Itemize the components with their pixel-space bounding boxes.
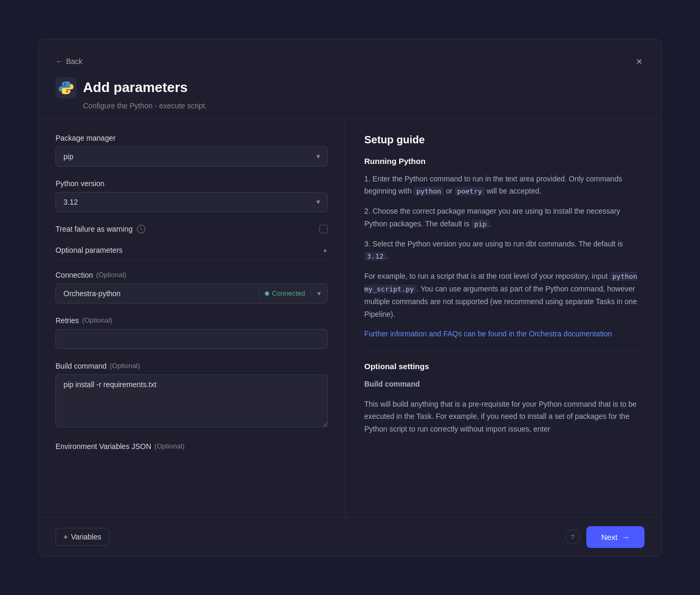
retries-label: Retries (Optional) (56, 316, 328, 325)
step1-code1: python (413, 187, 444, 196)
next-label: Next (601, 533, 618, 542)
package-manager-group: Package manager pip poetry conda ▼ (56, 134, 328, 167)
footer-right: ? Next → (565, 526, 644, 548)
right-panel: Setup guide Running Python 1. Enter the … (345, 119, 661, 517)
step1-code2: poetry (455, 187, 485, 196)
back-label: Back (66, 57, 82, 66)
modal-footer: + Variables ? Next → (39, 517, 661, 556)
modal-header: ← Back × Add parameters Configure the Py… (39, 39, 661, 119)
python-version-select[interactable]: 3.12 3.11 3.10 3.9 (56, 192, 328, 212)
setup-guide-title: Setup guide (364, 134, 642, 146)
example-text: For example, to run a script that is at … (364, 270, 642, 321)
running-python-title: Running Python (364, 157, 642, 166)
page-title: Add parameters (83, 79, 188, 96)
subtitle: Configure the Python - execute script. (83, 102, 644, 110)
collapse-icon[interactable]: ▲ (323, 247, 328, 253)
connection-value: Orchestra-python (56, 284, 259, 303)
treat-failure-label-group: Treat failure as warning i (56, 225, 145, 233)
step2-text: 2. Choose the correct package manager yo… (364, 205, 642, 231)
package-manager-label: Package manager (56, 134, 328, 142)
next-button[interactable]: Next → (586, 526, 644, 548)
step3-code: 3.12 (364, 252, 386, 261)
treat-failure-info-icon[interactable]: i (137, 225, 145, 233)
build-command-group: Build command (Optional) pip install -r … (56, 362, 328, 429)
env-vars-label: Environment Variables JSON (Optional) (56, 442, 328, 451)
python-version-select-wrapper: 3.12 3.11 3.10 3.9 ▼ (56, 192, 328, 212)
section-divider (364, 351, 642, 351)
title-row: Add parameters (56, 77, 644, 98)
connection-dropdown-button[interactable]: ▼ (310, 290, 327, 297)
optional-settings-title: Optional settings (364, 362, 642, 371)
build-command-label: Build command (Optional) (56, 362, 328, 370)
treat-failure-label: Treat failure as warning (56, 225, 133, 233)
variables-label: Variables (71, 533, 101, 541)
close-icon: × (636, 56, 642, 67)
modal-body: Package manager pip poetry conda ▼ Pytho… (39, 119, 661, 517)
left-panel: Package manager pip poetry conda ▼ Pytho… (39, 119, 345, 517)
env-vars-group: Environment Variables JSON (Optional) (56, 442, 328, 451)
nav-row: ← Back × (56, 54, 644, 69)
variables-plus-icon: + (63, 533, 68, 541)
package-manager-select-wrapper: pip poetry conda ▼ (56, 147, 328, 167)
connection-field: Orchestra-python Connected ▼ (56, 283, 328, 304)
next-arrow-icon: → (622, 533, 630, 542)
optional-params-divider: Optional parameters ▲ (56, 246, 328, 260)
back-arrow-icon: ← (56, 57, 63, 66)
step2-code: pip (472, 219, 489, 228)
build-command-description: This will build anything that is a pre-r… (364, 398, 642, 436)
step3-text: 3. Select the Python version you are usi… (364, 238, 642, 263)
step1-text: 1. Enter the Python command to run in th… (364, 173, 642, 198)
treat-failure-checkbox[interactable] (319, 225, 328, 233)
help-icon[interactable]: ? (565, 529, 580, 544)
python-icon (56, 77, 77, 98)
retries-group: Retries (Optional) (56, 316, 328, 349)
connected-label: Connected (272, 289, 305, 297)
build-command-textarea[interactable]: pip install -r requirements.txt (56, 374, 328, 427)
build-command-section-title: Build command (364, 378, 642, 391)
python-version-group: Python version 3.12 3.11 3.10 3.9 ▼ (56, 179, 328, 212)
package-manager-select[interactable]: pip poetry conda (56, 147, 328, 167)
optional-params-label: Optional parameters (56, 246, 123, 254)
connection-dropdown-arrow-icon: ▼ (316, 290, 322, 297)
connection-group: Connection (Optional) Orchestra-python C… (56, 271, 328, 304)
variables-button[interactable]: + Variables (56, 528, 109, 546)
orchestra-doc-link[interactable]: Further information and FAQs can be foun… (364, 329, 612, 338)
modal: ← Back × Add parameters Configure the Py… (38, 39, 662, 557)
back-button[interactable]: ← Back (56, 57, 82, 66)
connected-dot-icon (265, 291, 269, 296)
treat-failure-row: Treat failure as warning i (56, 225, 328, 233)
close-button[interactable]: × (634, 54, 644, 69)
python-version-label: Python version (56, 179, 328, 188)
retries-input[interactable] (56, 329, 328, 349)
connected-badge: Connected (259, 286, 310, 300)
connection-label: Connection (Optional) (56, 271, 328, 279)
